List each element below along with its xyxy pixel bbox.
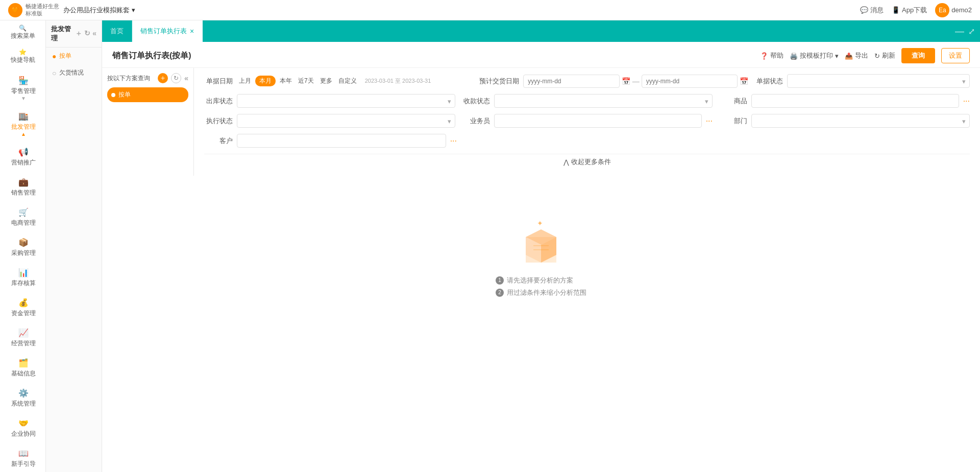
finance-icon: 💰 xyxy=(18,298,29,308)
help-button[interactable]: ❓ 帮助 xyxy=(760,51,783,60)
sub-sidebar-expand-icons: ＋ ↻ « xyxy=(75,29,96,38)
salesperson-more-icon[interactable]: ··· xyxy=(706,116,713,126)
dept-label: 部门 xyxy=(719,116,747,126)
sub-sidebar-item-backorder[interactable]: ○ 欠货情况 xyxy=(46,64,102,81)
tab-close-icon[interactable]: × xyxy=(190,27,194,35)
empty-svg-icon: ✦ xyxy=(510,217,572,268)
search-menu-item[interactable]: 🔍 搜索菜单 xyxy=(0,20,45,44)
sidebar-item-marketing[interactable]: 📢 营销推广 xyxy=(0,142,45,172)
date-tab-this-month[interactable]: 本月 xyxy=(255,76,276,86)
sidebar-item-guide[interactable]: 📖 新手引导 xyxy=(0,443,45,472)
refresh-scheme-button[interactable]: ↻ xyxy=(171,73,181,83)
delivery-date-label: 预计交货日期 xyxy=(479,77,519,86)
sidebar-item-basic-info[interactable]: 🗂️ 基础信息 xyxy=(0,353,45,383)
settings-button[interactable]: 设置 xyxy=(941,48,970,63)
tab-bar: 首页 销售订单执行表 × — ⤢ xyxy=(102,20,980,42)
sub-sidebar-header: 批发管理 ＋ ↻ « xyxy=(46,20,102,48)
sidebar-item-retail[interactable]: 🏪 零售管理 ▼ xyxy=(0,70,45,106)
filter-field-ship-status: 出库状态 ▾ xyxy=(204,94,455,108)
topbar-right: 💬 消息 📱 App下载 Ea demo2 xyxy=(860,3,972,17)
customer-more-icon[interactable]: ··· xyxy=(450,136,457,146)
filter-right: 单据日期 上月 本月 本年 近7天 更多 自定义 2023-03-01 至 20… xyxy=(194,68,980,176)
chevron-up-icon: ▲ xyxy=(21,131,26,137)
filter-field-dept: 部门 ▾ xyxy=(719,114,970,128)
date-tab-more[interactable]: 更多 xyxy=(318,76,334,86)
date-tab-7days[interactable]: 近7天 xyxy=(296,76,316,86)
sidebar-item-wholesale[interactable]: 🏬 批发管理 ▲ xyxy=(0,106,45,142)
message-button[interactable]: 💬 消息 xyxy=(860,6,884,15)
scheme-item-by-order[interactable]: 按单 xyxy=(107,87,188,102)
sidebar-item-operations[interactable]: 📈 经营管理 xyxy=(0,323,45,353)
refresh-scheme-icon[interactable]: ↻ xyxy=(84,29,90,38)
collapse-scheme-button[interactable]: « xyxy=(184,74,188,82)
product-input[interactable] xyxy=(751,94,959,108)
salesperson-label: 业务员 xyxy=(461,116,490,126)
doc-status-select[interactable] xyxy=(787,74,970,88)
empty-hint-list: 请先选择要分析的方案 用过滤条件来缩小分析范围 xyxy=(496,276,586,297)
filter-row-3: 执行状态 ▾ 业务员 ··· xyxy=(204,114,970,128)
filter-field-product: 商品 ··· xyxy=(719,94,970,108)
refresh-button[interactable]: ↻ 刷新 xyxy=(874,51,895,60)
customer-input[interactable] xyxy=(237,134,446,148)
quick-nav-item[interactable]: ⭐ 快捷导航 xyxy=(0,44,45,68)
filter-row-4: 客户 ··· xyxy=(204,134,970,148)
delivery-date-start-input[interactable] xyxy=(523,75,620,88)
filter-field-doc-date: 单据日期 上月 本月 本年 近7天 更多 自定义 2023-03-01 至 20… xyxy=(204,76,473,86)
delivery-date-end-input[interactable] xyxy=(642,75,738,88)
avatar: Ea xyxy=(935,3,949,17)
filter-row-2: 出库状态 ▾ 收款状态 xyxy=(204,94,970,108)
guide-icon: 📖 xyxy=(18,449,29,458)
purchase-icon: 📦 xyxy=(18,238,29,247)
date-tab-this-year[interactable]: 本年 xyxy=(278,76,294,86)
product-more-icon[interactable]: ··· xyxy=(963,97,970,106)
print-button[interactable]: 🖨️ 按模板打印 ▾ xyxy=(790,51,839,60)
retail-icon: 🏪 xyxy=(18,76,29,85)
export-button[interactable]: 📤 导出 xyxy=(845,51,868,60)
date-tab-last-month[interactable]: 上月 xyxy=(237,76,253,86)
sidebar-item-ecommerce[interactable]: 🛒 电商管理 xyxy=(0,202,45,232)
app-download-button[interactable]: 📱 App下载 xyxy=(892,6,927,15)
tab-sales-order[interactable]: 销售订单执行表 × xyxy=(132,20,203,42)
circle-outline-icon: ○ xyxy=(52,69,56,77)
minimize-icon[interactable]: — xyxy=(955,26,964,37)
circle-icon: ● xyxy=(52,52,56,60)
sales-icon: 💼 xyxy=(18,177,29,187)
user-avatar-button[interactable]: Ea demo2 xyxy=(935,3,972,17)
tab-home[interactable]: 首页 xyxy=(102,20,132,42)
maximize-icon[interactable]: ⤢ xyxy=(968,27,975,36)
svg-text:✦: ✦ xyxy=(537,219,543,227)
date-tab-custom[interactable]: 自定义 xyxy=(336,76,359,86)
app-selector[interactable]: 办公用品行业模拟账套 ▾ xyxy=(63,6,135,15)
sidebar-item-enterprise[interactable]: 🤝 企业协同 xyxy=(0,413,45,443)
calendar-end-icon[interactable]: 📅 xyxy=(740,77,748,85)
calendar-start-icon[interactable]: 📅 xyxy=(622,77,630,85)
filter-container: 按以下方案查询 ＋ ↻ « 按单 xyxy=(102,68,980,176)
add-scheme-button[interactable]: ＋ xyxy=(158,73,168,83)
collapse-sidebar-icon[interactable]: « xyxy=(92,29,96,38)
exec-status-select[interactable] xyxy=(237,114,455,128)
sidebar-item-finance[interactable]: 💰 资金管理 xyxy=(0,293,45,323)
query-button[interactable]: 查询 xyxy=(901,48,935,63)
dept-select[interactable] xyxy=(751,114,970,128)
chevron-up-icon: ⋀ xyxy=(564,158,569,166)
sidebar-item-inventory[interactable]: 📊 库存核算 xyxy=(0,263,45,293)
empty-hint-1: 请先选择要分析的方案 xyxy=(496,276,586,285)
basic-info-icon: 🗂️ xyxy=(18,358,29,368)
filter-field-exec-status: 执行状态 ▾ xyxy=(204,114,455,128)
add-scheme-icon[interactable]: ＋ xyxy=(75,29,82,38)
payment-status-select[interactable] xyxy=(494,94,713,108)
chevron-down-icon: ▾ xyxy=(132,6,135,14)
sub-sidebar-item-by-order[interactable]: ● 按单 xyxy=(46,48,102,64)
customer-label: 客户 xyxy=(204,136,233,146)
collapse-more-button[interactable]: ⋀ 收起更多条件 xyxy=(204,154,970,170)
ship-status-select-wrapper: ▾ xyxy=(237,94,455,108)
salesperson-input[interactable] xyxy=(494,114,702,128)
filter-field-doc-status: 单据状态 ▾ xyxy=(754,74,970,88)
sidebar-item-purchase[interactable]: 📦 采购管理 xyxy=(0,232,45,263)
sidebar-item-system[interactable]: ⚙️ 系统管理 xyxy=(0,383,45,413)
ship-status-select[interactable] xyxy=(237,94,455,108)
page-header: 销售订单执行表(按单) ❓ 帮助 🖨️ 按模板打印 ▾ 📤 导出 xyxy=(102,42,980,68)
system-icon: ⚙️ xyxy=(18,388,29,398)
doc-date-label: 单据日期 xyxy=(204,77,233,86)
sidebar-item-sales[interactable]: 💼 销售管理 xyxy=(0,172,45,202)
